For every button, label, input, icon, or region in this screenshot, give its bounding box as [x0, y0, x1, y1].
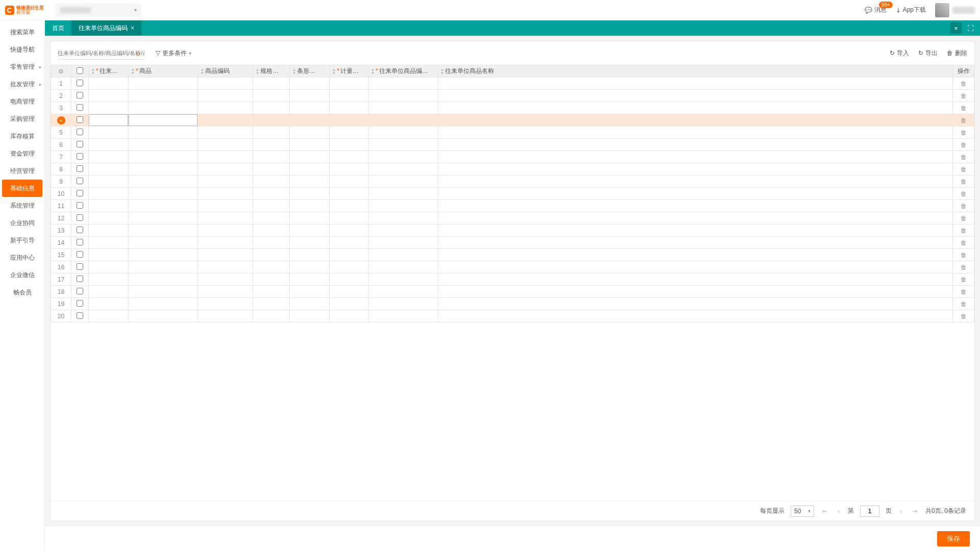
- trash-icon[interactable]: 🗑: [961, 105, 967, 112]
- cell[interactable]: [438, 139, 953, 151]
- first-page-button[interactable]: ⇤: [820, 508, 829, 515]
- trash-icon[interactable]: 🗑: [961, 276, 967, 283]
- cell[interactable]: [438, 127, 953, 139]
- cell[interactable]: [290, 151, 330, 163]
- prev-page-button[interactable]: ‹: [836, 508, 842, 515]
- cell[interactable]: [89, 188, 129, 200]
- cell[interactable]: [438, 163, 953, 176]
- sidebar-item[interactable]: 经营管理: [0, 162, 44, 180]
- fullscreen-button[interactable]: ⛶: [965, 22, 976, 34]
- select-all-checkbox[interactable]: [77, 67, 83, 74]
- cell[interactable]: [369, 139, 438, 151]
- cell[interactable]: [129, 298, 198, 310]
- cell[interactable]: [330, 310, 369, 322]
- trash-icon[interactable]: 🗑: [961, 166, 967, 173]
- cell[interactable]: [330, 102, 369, 114]
- row-checkbox[interactable]: [77, 202, 83, 209]
- cell[interactable]: [198, 176, 253, 188]
- cell[interactable]: [330, 249, 369, 261]
- cell[interactable]: [330, 188, 369, 200]
- trash-icon[interactable]: 🗑: [961, 288, 967, 295]
- row-checkbox[interactable]: [77, 251, 83, 258]
- last-page-button[interactable]: ⇥: [910, 508, 919, 515]
- sidebar-item[interactable]: 快捷导航: [0, 41, 44, 58]
- row-checkbox[interactable]: [77, 80, 83, 86]
- trash-icon[interactable]: 🗑: [961, 227, 967, 234]
- trash-icon[interactable]: 🗑: [961, 141, 967, 148]
- cell[interactable]: [290, 286, 330, 298]
- cell[interactable]: [369, 237, 438, 249]
- cell[interactable]: [253, 200, 290, 212]
- col-spec[interactable]: ▴▾规格…: [253, 65, 290, 78]
- sidebar-item[interactable]: 库存核算: [0, 128, 44, 145]
- cell[interactable]: [438, 188, 953, 200]
- col-partner[interactable]: ▴▾*往来…: [89, 65, 129, 78]
- row-checkbox[interactable]: [77, 141, 83, 147]
- cell[interactable]: [253, 298, 290, 310]
- cell[interactable]: [198, 163, 253, 176]
- cell[interactable]: [198, 249, 253, 261]
- cell[interactable]: [129, 163, 198, 176]
- cell[interactable]: [198, 224, 253, 237]
- trash-icon[interactable]: 🗑: [961, 154, 967, 161]
- cell[interactable]: [330, 261, 369, 273]
- row-checkbox[interactable]: [77, 190, 83, 196]
- table-row[interactable]: 11🗑: [51, 200, 974, 212]
- cell[interactable]: [253, 310, 290, 322]
- sidebar-item[interactable]: 畅会员: [0, 284, 44, 301]
- trash-icon[interactable]: 🗑: [961, 300, 967, 308]
- table-row[interactable]: 1🗑: [51, 78, 974, 90]
- cell[interactable]: [438, 151, 953, 163]
- cell[interactable]: [369, 298, 438, 310]
- cell[interactable]: [89, 261, 129, 273]
- cell[interactable]: [330, 176, 369, 188]
- trash-icon[interactable]: 🗑: [961, 264, 967, 271]
- cell[interactable]: [290, 163, 330, 176]
- cell[interactable]: [253, 114, 290, 127]
- table-row[interactable]: 18🗑: [51, 286, 974, 298]
- cell[interactable]: [89, 127, 129, 139]
- cell[interactable]: [330, 90, 369, 102]
- cell[interactable]: [198, 139, 253, 151]
- cell[interactable]: [330, 114, 369, 127]
- cell[interactable]: [290, 127, 330, 139]
- trash-icon[interactable]: 🗑: [961, 80, 967, 87]
- messages-button[interactable]: 💬 消息 99+: [865, 6, 887, 14]
- cell[interactable]: [129, 188, 198, 200]
- cell[interactable]: [369, 273, 438, 286]
- cell[interactable]: [438, 261, 953, 273]
- cell[interactable]: [438, 200, 953, 212]
- cell[interactable]: [369, 176, 438, 188]
- cell[interactable]: [290, 90, 330, 102]
- cell[interactable]: [129, 249, 198, 261]
- cell[interactable]: [253, 188, 290, 200]
- cell[interactable]: [89, 139, 129, 151]
- cell[interactable]: [369, 163, 438, 176]
- col-partner-product-code[interactable]: ▴▾*往来单位商品编…: [369, 65, 438, 78]
- cell[interactable]: [369, 212, 438, 224]
- row-checkbox[interactable]: [77, 239, 83, 245]
- cell[interactable]: [369, 286, 438, 298]
- cell[interactable]: [129, 273, 198, 286]
- cell[interactable]: [330, 286, 369, 298]
- cell[interactable]: [438, 114, 953, 127]
- sidebar-item[interactable]: 零售管理▸: [0, 58, 44, 76]
- table-row[interactable]: 7🗑: [51, 151, 974, 163]
- cell[interactable]: [369, 78, 438, 90]
- cell[interactable]: [290, 298, 330, 310]
- table-row[interactable]: 10🗑: [51, 188, 974, 200]
- col-partner-product-name[interactable]: ▴▾往来单位商品名称: [438, 65, 953, 78]
- cell[interactable]: [330, 78, 369, 90]
- cell[interactable]: [198, 114, 253, 127]
- cell[interactable]: [198, 127, 253, 139]
- save-button[interactable]: 保存: [937, 531, 970, 546]
- more-conditions-button[interactable]: ▽ 更多条件 ▾: [156, 49, 191, 58]
- table-row[interactable]: 17🗑: [51, 273, 974, 286]
- cell[interactable]: [369, 90, 438, 102]
- row-checkbox[interactable]: [77, 165, 83, 172]
- table-row[interactable]: 15🗑: [51, 249, 974, 261]
- cell[interactable]: [198, 102, 253, 114]
- cell[interactable]: [438, 212, 953, 224]
- cell[interactable]: [129, 78, 198, 90]
- sidebar-item[interactable]: 资金管理: [0, 145, 44, 162]
